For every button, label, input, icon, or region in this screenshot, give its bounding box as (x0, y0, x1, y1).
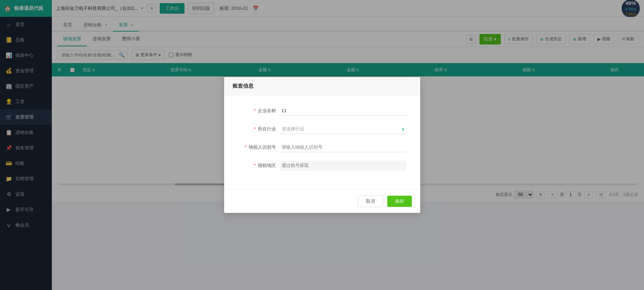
tax-region-input (280, 161, 406, 170)
industry-select[interactable]: 请选择行业 (280, 124, 406, 134)
form-row-industry: * 所在行业 请选择行业 ∨ (238, 124, 406, 134)
company-name-control (280, 106, 406, 116)
required-star-tax: * (245, 144, 247, 150)
company-name-input[interactable] (280, 106, 406, 116)
dialog: 账套信息 * 企业名称 * 所在行业 (224, 77, 420, 213)
tax-id-control (280, 142, 406, 152)
industry-label: * 所在行业 (238, 126, 280, 132)
dialog-footer: 取消 保存 (224, 189, 420, 213)
company-name-label: * 企业名称 (238, 108, 280, 114)
industry-select-wrap: 请选择行业 ∨ (280, 124, 406, 134)
modal-overlay[interactable]: 账套信息 * 企业名称 * 所在行业 (0, 0, 644, 290)
tax-id-input[interactable] (280, 142, 406, 152)
save-button[interactable]: 保存 (387, 196, 412, 207)
required-star-region: * (254, 163, 256, 168)
dialog-body: * 企业名称 * 所在行业 请选择行业 ∨ (224, 95, 420, 189)
tax-region-control (280, 161, 406, 170)
tax-region-label: * 报税地区 (238, 162, 280, 169)
dialog-title: 账套信息 (233, 83, 254, 89)
industry-control: 请选择行业 ∨ (280, 124, 406, 134)
required-star-industry: * (254, 126, 256, 131)
form-row-company: * 企业名称 (238, 106, 406, 116)
form-row-tax-region: * 报税地区 (238, 161, 406, 170)
form-row-tax-id: * 纳税人识别号 (238, 142, 406, 152)
required-star: * (254, 108, 256, 113)
tax-id-label: * 纳税人识别号 (238, 144, 280, 150)
dialog-header: 账套信息 (224, 77, 420, 95)
cancel-button[interactable]: 取消 (358, 195, 383, 207)
